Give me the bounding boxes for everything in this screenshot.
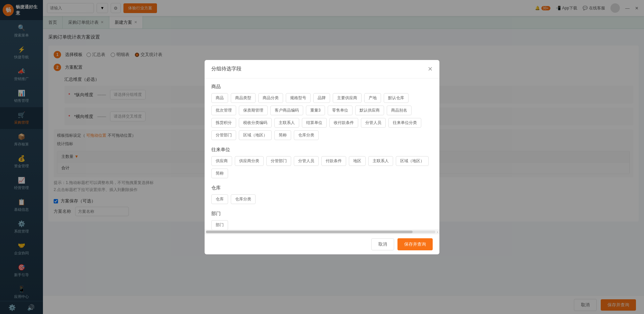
field-tag-supplier[interactable]: 供应商 (211, 156, 232, 166)
modal-overlay: 分组待选字段 ✕ 商品 商品 商品类型 商品分类 规格型号 品牌 主要供应商 产… (0, 0, 644, 314)
field-tag-pick-points[interactable]: 拣货积分 (211, 118, 236, 128)
field-tag-short-name[interactable]: 简称 (274, 130, 291, 140)
field-tag-contact-person[interactable]: 主联系人 (274, 118, 299, 128)
field-tag-brand[interactable]: 品牌 (313, 93, 330, 103)
field-tag-customer-code[interactable]: 客户商品编码 (270, 106, 303, 115)
field-group-counterpart-title: 往来单位 (211, 147, 433, 153)
field-tag-main-supplier[interactable]: 主要供应商 (333, 93, 362, 103)
field-tag-product[interactable]: 商品 (211, 93, 228, 103)
field-tag-mgmt-dept[interactable]: 分管部门 (211, 130, 236, 140)
field-group-warehouse-title: 仓库 (211, 185, 433, 191)
field-tag-spec-type[interactable]: 规格型号 (286, 93, 311, 103)
field-tag-tax-code[interactable]: 税收分类编码 (239, 118, 272, 128)
field-tag-warehouse-category2[interactable]: 仓库分类 (231, 194, 256, 204)
field-group-warehouse: 仓库 仓库 仓库分类 (211, 185, 433, 204)
field-tags-product: 商品 商品类型 商品分类 规格型号 品牌 主要供应商 产地 默认仓库 批次管理 … (211, 93, 433, 140)
modal-confirm-button[interactable]: 保存并查询 (397, 238, 433, 250)
field-tag-settlement-unit[interactable]: 结算单位 (302, 118, 327, 128)
modal-title: 分组待选字段 (211, 66, 241, 72)
modal-scrollbar-track (206, 231, 435, 233)
field-tag-region[interactable]: 地区 (349, 156, 366, 166)
field-tag-area[interactable]: 区域（地区） (239, 130, 272, 140)
field-tag-main-contact[interactable]: 主联系人 (368, 156, 393, 166)
field-tag-weight3[interactable]: 重量3 (306, 106, 325, 115)
field-tags-warehouse: 仓库 仓库分类 (211, 194, 433, 204)
modal-scrollbar-area: › (205, 230, 439, 234)
field-tags-counterpart: 供应商 供应商分类 分管部门 分管人员 付款条件 地区 主联系人 区域（地区） … (211, 156, 433, 178)
field-tag-dept-person[interactable]: 分管人员 (294, 156, 319, 166)
field-tag-manager[interactable]: 分管人员 (361, 118, 386, 128)
field-tag-batch-mgmt[interactable]: 批次管理 (211, 106, 236, 115)
field-tag-default-warehouse[interactable]: 默认仓库 (384, 93, 409, 103)
modal: 分组待选字段 ✕ 商品 商品 商品类型 商品分类 规格型号 品牌 主要供应商 产… (205, 60, 439, 254)
field-tag-short-name2[interactable]: 简称 (211, 169, 228, 178)
field-tag-warehouse[interactable]: 仓库 (211, 194, 228, 204)
field-tag-payment-terms[interactable]: 收付款条件 (329, 118, 358, 128)
field-tag-default-supplier[interactable]: 默认供应商 (355, 106, 384, 115)
field-tag-product-type[interactable]: 商品类型 (231, 93, 256, 103)
field-group-department-title: 部门 (211, 211, 433, 217)
field-tag-dept[interactable]: 分管部门 (266, 156, 291, 166)
field-tag-payment-condition[interactable]: 付款条件 (321, 156, 346, 166)
modal-close-icon[interactable]: ✕ (428, 65, 433, 73)
field-tag-retail-unit[interactable]: 零售单位 (328, 106, 353, 115)
field-group-counterpart: 往来单位 供应商 供应商分类 分管部门 分管人员 付款条件 地区 主联系人 区域… (211, 147, 433, 178)
modal-footer: 取消 保存并查询 (205, 234, 439, 254)
field-tags-department: 部门 (211, 220, 433, 230)
field-tag-supplier-category[interactable]: 供应商分类 (235, 156, 264, 166)
field-tag-product-category[interactable]: 商品分类 (258, 93, 283, 103)
field-tag-warehouse-cat[interactable]: 仓库分类 (294, 130, 319, 140)
field-tag-area2[interactable]: 区域（地区） (396, 156, 429, 166)
modal-scrollbar-thumb[interactable] (206, 231, 413, 233)
modal-header: 分组待选字段 ✕ (205, 60, 439, 78)
field-tag-source-unit-cat[interactable]: 往来单位分类 (388, 118, 421, 128)
scroll-right-arrow[interactable]: › (437, 230, 438, 234)
field-group-department: 部门 部门 (211, 211, 433, 230)
field-tag-origin[interactable]: 产地 (364, 93, 381, 103)
modal-body: 商品 商品 商品类型 商品分类 规格型号 品牌 主要供应商 产地 默认仓库 批次… (205, 78, 439, 230)
field-tag-product-alias[interactable]: 商品别名 (387, 106, 412, 115)
field-group-product: 商品 商品 商品类型 商品分类 规格型号 品牌 主要供应商 产地 默认仓库 批次… (211, 84, 433, 140)
field-tag-department[interactable]: 部门 (211, 220, 228, 230)
field-group-product-title: 商品 (211, 84, 433, 90)
field-tag-expiry-mgmt[interactable]: 保质期管理 (239, 106, 268, 115)
modal-cancel-button[interactable]: 取消 (371, 238, 394, 250)
